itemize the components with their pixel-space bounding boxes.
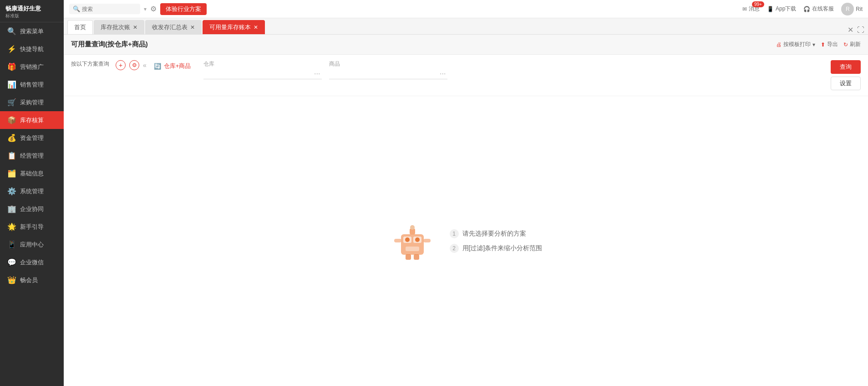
sidebar-basic-icon: 🗂️ <box>7 169 16 178</box>
search-icon: 🔍 <box>73 5 80 12</box>
window-close-button[interactable]: ✕ <box>848 26 853 34</box>
scheme-item-warehouse-product[interactable]: 🔄 仓库+商品 <box>150 60 195 72</box>
sidebar-item-inventory[interactable]: 📦 库存核算 <box>0 111 64 129</box>
sidebar-purchase-label: 采购管理 <box>20 98 44 107</box>
sidebar-item-basic[interactable]: 🗂️ 基础信息 <box>0 165 64 182</box>
warehouse-input-container: ··· <box>203 69 322 79</box>
sidebar-system-label: 系统管理 <box>20 187 44 196</box>
filter-field-warehouse: 仓库 ··· <box>203 60 322 79</box>
main-area: 🔍 ▾ ⚙ 体验行业方案 ✉ 消息 99+ 📱 App下载 🎧 在线客服 <box>64 0 868 386</box>
app-subtitle: 标准版 <box>5 13 58 19</box>
sidebar-finance-icon: 💰 <box>7 134 16 142</box>
product-field-label: 商品 <box>329 60 447 68</box>
industry-solution-button[interactable]: 体验行业方案 <box>160 3 207 15</box>
sidebar-inventory-icon: 📦 <box>7 116 16 124</box>
sidebar: 畅康通好生意 标准版 🔍 搜索菜单 ⚡ 快捷导航 🎁 营销推广 📊 销售管理 🛒… <box>0 0 64 386</box>
filter-field-product: 商品 ··· <box>329 60 447 79</box>
tab-available-close-icon[interactable]: ✕ <box>254 25 258 30</box>
scheme-settings-button[interactable]: ⚙ <box>129 60 139 70</box>
product-more-button[interactable]: ··· <box>440 70 446 78</box>
scheme-collapse-button[interactable]: « <box>143 62 147 69</box>
sidebar-purchase-icon: 🛒 <box>7 98 16 107</box>
tab-summary-label: 收发存汇总表 <box>152 23 188 31</box>
svg-rect-3 <box>406 247 419 251</box>
tab-batch-account[interactable]: 库存批次账 ✕ <box>94 20 144 34</box>
settings-button[interactable]: 设置 <box>831 77 861 90</box>
app-title: 畅康通好生意 <box>5 5 58 13</box>
tab-home[interactable]: 首页 <box>67 20 93 34</box>
product-input[interactable] <box>331 71 438 77</box>
dropdown-chevron-icon[interactable]: ▾ <box>144 6 147 12</box>
sidebar-sales-label: 销售管理 <box>20 81 44 89</box>
export-label: 导出 <box>827 41 838 48</box>
sidebar-item-search[interactable]: 🔍 搜索菜单 <box>0 22 64 40</box>
svg-rect-8 <box>394 239 401 242</box>
print-template-button[interactable]: 🖨 按模板打印 ▾ <box>776 41 815 48</box>
query-button[interactable]: 查询 <box>831 60 861 74</box>
sidebar-item-shortcut[interactable]: ⚡ 快捷导航 <box>0 40 64 58</box>
filter-panel: 按以下方案查询 + ⚙ « 🔄 仓库+商品 仓库 <box>64 55 868 96</box>
tabs-bar: 首页 库存批次账 ✕ 收发存汇总表 ✕ 可用量库存账本 ✕ ✕ ⛶ <box>64 18 868 35</box>
window-maximize-button[interactable]: ⛶ <box>857 26 864 34</box>
sidebar-item-enterprise[interactable]: 🏢 企业协同 <box>0 200 64 218</box>
refresh-label: 刷新 <box>850 41 861 48</box>
svg-point-5 <box>415 237 420 242</box>
tab-home-label: 首页 <box>74 23 86 31</box>
sidebar-item-newbie[interactable]: 🌟 新手引导 <box>0 218 64 236</box>
sidebar-system-icon: ⚙️ <box>7 187 16 196</box>
tab-summary[interactable]: 收发存汇总表 ✕ <box>145 20 202 34</box>
tip-num-1: 1 <box>450 229 459 238</box>
sidebar-shortcut-label: 快捷导航 <box>20 45 44 53</box>
filter-scheme-label: 按以下方案查询 <box>71 60 109 68</box>
sidebar-shortcut-icon: ⚡ <box>7 45 16 53</box>
sidebar-newbie-icon: 🌟 <box>7 222 16 231</box>
sidebar-item-operation[interactable]: 📋 经营管理 <box>0 147 64 165</box>
online-service-button[interactable]: 🎧 在线客服 <box>803 5 834 13</box>
sidebar-item-wechat[interactable]: 💬 企业微信 <box>0 253 64 271</box>
sidebar-item-apps[interactable]: 📱 应用中心 <box>0 236 64 253</box>
search-input[interactable] <box>82 6 137 12</box>
sidebar-member-label: 畅会员 <box>20 276 38 284</box>
app-download-button[interactable]: 📱 App下载 <box>767 5 796 13</box>
product-input-container: ··· <box>329 69 447 79</box>
message-button[interactable]: ✉ 消息 99+ <box>742 5 760 13</box>
warehouse-input[interactable] <box>205 71 312 77</box>
sidebar-finance-label: 资金管理 <box>20 134 44 142</box>
sidebar-item-marketing[interactable]: 🎁 营销推广 <box>0 58 64 76</box>
tab-batch-close-icon[interactable]: ✕ <box>133 25 137 30</box>
app-download-label: App下载 <box>776 5 796 13</box>
sidebar-item-purchase[interactable]: 🛒 采购管理 <box>0 93 64 111</box>
svg-point-7 <box>410 225 415 230</box>
warehouse-more-button[interactable]: ··· <box>314 70 320 78</box>
tab-summary-close-icon[interactable]: ✕ <box>190 25 195 30</box>
scheme-add-button[interactable]: + <box>116 60 126 70</box>
sidebar-item-sales[interactable]: 📊 销售管理 <box>0 76 64 93</box>
print-dropdown-icon[interactable]: ▾ <box>812 41 815 48</box>
avatar: R <box>841 3 854 15</box>
username-label: Rit <box>856 6 863 12</box>
page-header: 可用量查询(按仓库+商品) 🖨 按模板打印 ▾ ⬆ 导出 ↻ 刷新 <box>64 35 868 55</box>
tip-text-2: 用[过滤]条件来缩小分析范围 <box>462 244 543 252</box>
refresh-button[interactable]: ↻ 刷新 <box>843 41 861 48</box>
empty-tip-2: 2 用[过滤]条件来缩小分析范围 <box>450 244 543 253</box>
message-badge: 99+ <box>752 1 764 7</box>
sidebar-marketing-label: 营销推广 <box>20 63 44 71</box>
sidebar-wechat-icon: 💬 <box>7 258 16 267</box>
sidebar-apps-icon: 📱 <box>7 240 16 249</box>
sidebar-item-member[interactable]: 👑 畅会员 <box>0 271 64 289</box>
tab-available-stock[interactable]: 可用量库存账本 ✕ <box>203 20 265 34</box>
user-avatar-area[interactable]: R Rit <box>841 3 863 15</box>
sidebar-item-finance[interactable]: 💰 资金管理 <box>0 129 64 147</box>
tip-text-1: 请先选择要分析的方案 <box>462 230 526 238</box>
empty-state-illustration <box>390 218 435 264</box>
sidebar-item-system[interactable]: ⚙️ 系统管理 <box>0 182 64 200</box>
scheme-controls: + ⚙ « <box>116 60 147 70</box>
sidebar-marketing-icon: 🎁 <box>7 62 16 71</box>
export-button[interactable]: ⬆ 导出 <box>821 41 838 48</box>
topbar: 🔍 ▾ ⚙ 体验行业方案 ✉ 消息 99+ 📱 App下载 🎧 在线客服 <box>64 0 868 18</box>
sidebar-operation-label: 经营管理 <box>20 152 44 160</box>
topbar-search-box[interactable]: 🔍 <box>69 4 140 14</box>
gear-icon[interactable]: ⚙ <box>150 5 157 13</box>
export-icon: ⬆ <box>821 41 825 48</box>
message-icon: ✉ <box>742 6 747 12</box>
